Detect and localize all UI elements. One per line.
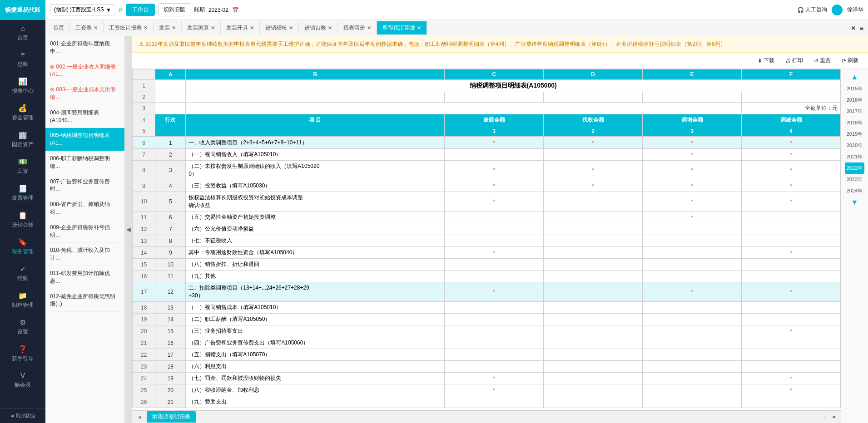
tab-close-invoice[interactable]: ✕ [172, 25, 176, 31]
tab-tax-table[interactable]: 税表清册 ✕ [338, 21, 377, 34]
item-cell[interactable]: （三）投资收益（填写A105030） [186, 180, 445, 192]
left-item-1[interactable]: ⊗ 002-一般企业收入明细表(A1... [45, 59, 124, 83]
tab-close-check[interactable]: ✕ [289, 25, 293, 31]
left-item-0[interactable]: 001-企业所得税年度纳税申... [45, 36, 124, 59]
sidebar-item-invoice[interactable]: 🧾 发票管理 [0, 180, 45, 207]
item-cell[interactable]: （九）其他 [186, 271, 445, 282]
year-item[interactable]: 2022年 [845, 162, 864, 174]
sidebar-item-guide[interactable]: ❓ 新手引导 [0, 340, 45, 367]
left-item-6[interactable]: 007-广告费和业务宣传费时... [45, 174, 124, 197]
left-item-3[interactable]: 004-期间费用明细表(A1040... [45, 105, 124, 128]
workbench-button[interactable]: 工作台 [126, 4, 155, 16]
item-cell[interactable]: （九）赞助支出 [186, 396, 445, 408]
calendar-icon[interactable]: 📅 [232, 7, 239, 13]
copy-icon[interactable]: ⎘ [119, 7, 122, 13]
tab-home[interactable]: 首页 [48, 21, 70, 34]
item-cell[interactable]: 按权益法核算长期股权投资对初始投资成本调整 确认收益 [186, 192, 445, 212]
left-item-11[interactable]: 012-减免企业所得税优惠明细(..) [45, 289, 124, 312]
horizontal-scroll[interactable]: ◄ [831, 414, 836, 420]
tab-invoice-calc[interactable]: 发票测算 ✕ [182, 21, 221, 34]
sidebar-item-member[interactable]: V 畅会员 [0, 367, 45, 393]
sidebar-item-finance[interactable]: 💰 资金管理 [0, 99, 45, 126]
tab-close-salary-report[interactable]: ✕ [144, 25, 148, 31]
year-item[interactable]: 2015年 [845, 83, 864, 94]
tab-check[interactable]: 进销稽核 ✕ [260, 21, 299, 34]
sheet-nav-left[interactable]: ◄ [137, 414, 142, 420]
tab-invoice[interactable]: 发票 ✕ [154, 21, 182, 34]
sidebar-item-tax[interactable]: 🔖 税务管理 [0, 233, 45, 260]
year-item[interactable]: 2020年 [845, 140, 864, 151]
tab-salary[interactable]: 工资表 ✕ [70, 21, 104, 34]
tab-close-invoice-open[interactable]: ✕ [250, 25, 254, 31]
item-cell[interactable]: 其中：专项用途财政性资金（填写A105040） [186, 247, 445, 259]
download-button[interactable]: ⬇ 下载 [755, 55, 777, 66]
tab-invoice-open[interactable]: 发票开具 ✕ [221, 21, 260, 34]
toggle-panel-button[interactable]: ◄ [125, 36, 132, 423]
item-cell[interactable]: 一、收入类调整项目（2+3+4+5+6+7+8+10+11） [186, 137, 445, 149]
year-panel: ▲ 2015年2016年2017年2018年2019年2020年2021年202… [841, 69, 868, 423]
sidebar-item-archive[interactable]: 📁 归档管理 [0, 287, 45, 314]
sidebar-item-assets[interactable]: 🏢 固定资产 [0, 126, 45, 153]
item-cell[interactable]: （四）广告费和业务宣传费支出（填写A105060） [186, 337, 445, 349]
item-cell[interactable]: （八）税收滞纳金、加收利息 [186, 384, 445, 396]
sidebar-item-ledger[interactable]: ≡ 总账 [0, 46, 45, 73]
year-item[interactable]: 2021年 [845, 151, 864, 162]
item-cell[interactable]: （六）利息支出 [186, 361, 445, 373]
menu-icon[interactable]: ≡ [860, 25, 863, 32]
sidebar-item-purchase[interactable]: 📋 进销台账 [0, 207, 45, 233]
left-item-4[interactable]: 005-纳税调整项目明细表(A1... [45, 128, 124, 151]
sidebar-item-home[interactable]: ⌂ 首页 [0, 20, 45, 46]
year-item[interactable]: 2018年 [845, 117, 864, 128]
left-item-10[interactable]: 011-研发费用加计扣除优惠... [45, 266, 124, 289]
bottom-sheet-tab[interactable]: 纳税调整明细表 [147, 411, 196, 423]
item-cell[interactable]: （三）业务招待要支出 [186, 325, 445, 337]
tab-income-tax[interactable]: 所得税汇算缴 ✕ [377, 21, 427, 34]
tab-close-invoice-calc[interactable]: ✕ [211, 25, 215, 31]
sidebar-item-settings[interactable]: ⚙ 设置 [0, 314, 45, 340]
item-cell[interactable]: （七）罚金、罚款和被没收财物的损失 [186, 373, 445, 384]
sidebar-item-salary[interactable]: 💵 工资 [0, 153, 45, 180]
year-nav-up[interactable]: ▲ [849, 71, 860, 83]
sidebar-item-report[interactable]: 📊 报表中心 [0, 73, 45, 99]
item-cell[interactable]: （一）视同销售成本（填写A105010） [186, 302, 445, 314]
pin-button[interactable]: ◄ 取消固定 [0, 408, 45, 423]
year-item[interactable]: 2023年 [845, 174, 864, 185]
item-cell[interactable]: （六）公允价值变动净损益 [186, 223, 445, 235]
tab-close-income-tax[interactable]: ✕ [417, 25, 421, 31]
close-all-icon[interactable]: ✕ [851, 25, 856, 32]
item-cell[interactable]: （二）未按权责发生制原则确认的收入（填写A105020 0） [186, 161, 445, 180]
app-logo[interactable]: 畅捷通易代账 [0, 0, 45, 20]
user-name[interactable]: 徐泽华 [847, 6, 863, 14]
item-cell[interactable]: （七）不征税收入 [186, 235, 445, 247]
left-item-7[interactable]: 008-资产折旧、摊销及纳税... [45, 197, 124, 220]
item-cell[interactable]: 二、扣除类调整项目（13+14+...24+26+27+28+29 +30） [186, 282, 445, 302]
item-cell[interactable]: （五）捐赠支出（填写A105070） [186, 349, 445, 361]
tab-salary-report[interactable]: 工资统计报表 ✕ [104, 21, 154, 34]
tab-purchase-ledger[interactable]: 进销台账 ✕ [299, 21, 338, 34]
year-item[interactable]: 2017年 [845, 106, 864, 117]
print-button[interactable]: 🖨 打印 [783, 55, 806, 66]
item-cell[interactable]: （五）交易性金融资产初始投资调整 [186, 212, 445, 223]
left-item-8[interactable]: 009-企业所得税弥补亏损明... [45, 220, 124, 243]
item-cell[interactable]: （八）销售折扣、折让和退回 [186, 259, 445, 271]
refresh-button[interactable]: ⟳ 刷新 [839, 55, 861, 66]
left-item-5[interactable]: 006-职工薪酬纳税调整明细... [45, 151, 124, 174]
year-nav-down[interactable]: ▼ [849, 197, 860, 208]
year-item[interactable]: 2024年 [845, 185, 864, 197]
item-cell[interactable]: （一）视同销售收入（填写A105010） [186, 149, 445, 161]
tab-close-purchase-ledger[interactable]: ✕ [328, 25, 332, 31]
company-selector[interactable]: (物副) 江西股宝-LSS ▼ [50, 4, 115, 15]
support-button[interactable]: 🎧 人工咨询 [797, 6, 827, 14]
year-item[interactable]: 2019年 [845, 128, 864, 140]
year-item[interactable]: 2016年 [845, 94, 864, 106]
left-item-9[interactable]: 010-免税、减计收入及加计... [45, 243, 124, 266]
tab-close-tax-table[interactable]: ✕ [367, 25, 371, 31]
left-item-2[interactable]: ⊗ 003-一般企业成本支出明细... [45, 82, 124, 105]
reset-button[interactable]: ↺ 重置 [811, 55, 833, 66]
item-cell[interactable]: （二）职工薪酬（填写A105050） [186, 314, 445, 325]
tab-close-salary[interactable]: ✕ [94, 25, 98, 31]
col-C-header: C [445, 69, 544, 80]
sidebar-item-close[interactable]: ✓ 结账 [0, 260, 45, 287]
old-version-button[interactable]: 切到旧版 [159, 3, 190, 16]
sheet-container[interactable]: A B C D E F [132, 69, 841, 410]
